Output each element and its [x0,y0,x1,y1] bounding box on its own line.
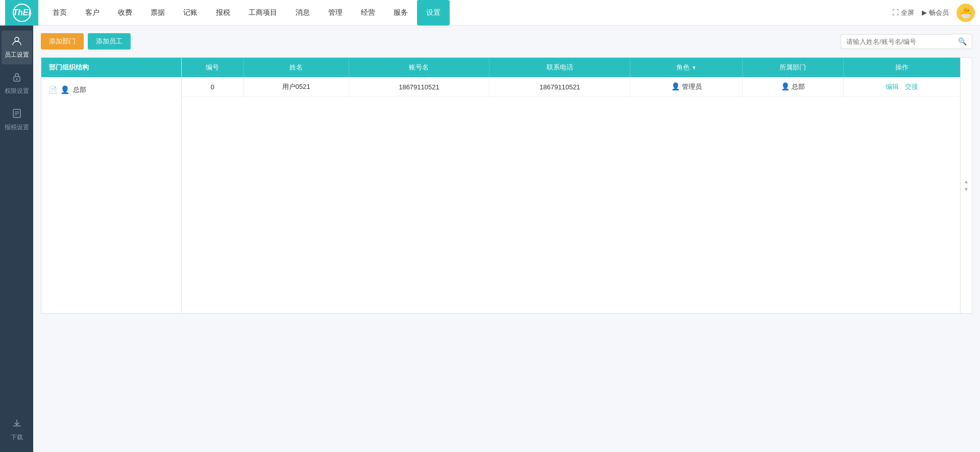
add-emp-button[interactable]: 添加员工 [88,33,131,50]
dept-tree-body: 📄 👤 总部 [41,77,181,103]
file-icon: 📄 [48,86,57,94]
cell-actions: 编辑 交接 [843,77,960,97]
left-sidebar: 员工设置 权限设置 报税设置 [0,26,33,452]
nav-item-消息[interactable]: 消息 [286,0,319,26]
cell-name: 用户0521 [243,77,349,97]
dept-person-icon: 👤 [60,85,70,94]
lock-icon [12,72,22,85]
main-layout: 员工设置 权限设置 报税设置 [0,26,980,452]
nav-items: 首页客户收费票据记账报税工商项目消息管理经营服务设置 [43,0,892,26]
dept-tree: 部门组织结构 📄 👤 总部 [41,58,182,313]
col-id: 编号 [182,58,243,77]
nav-item-经营[interactable]: 经营 [352,0,384,26]
nav-item-首页[interactable]: 首页 [43,0,76,26]
col-role-label: 角色 [676,63,690,71]
scroll-up-arrow[interactable]: ▲ [963,178,970,185]
cell-dept: 👤总部 [743,77,843,97]
search-input[interactable] [841,34,953,49]
search-area: 🔍 [841,34,972,49]
sidebar-item-employee[interactable]: 员工设置 [2,31,32,64]
col-role: 角色 ▼ [630,58,743,77]
top-nav: ThEI 首页客户收费票据记账报税工商项目消息管理经营服务设置 ⛶ 全屏 ▶ 畅… [0,0,980,26]
nav-item-设置[interactable]: 设置 [417,0,450,26]
fullscreen-label: 全屏 [901,8,914,17]
table-wrapper: 部门组织结构 📄 👤 总部 编号 姓名 账号名 [41,57,972,314]
col-name: 姓名 [243,58,349,77]
nav-item-管理[interactable]: 管理 [319,0,352,26]
sidebar-label-permission: 权限设置 [5,87,29,96]
content-area: 添加部门 添加员工 🔍 部门组织结构 📄 👤 总部 [33,26,980,452]
cell-id: 0 [182,77,243,97]
toolbar: 添加部门 添加员工 🔍 [41,33,972,50]
emp-table: 编号 姓名 账号名 联系电话 角色 ▼ 所属部门 操作 [182,58,960,313]
sidebar-item-permission[interactable]: 权限设置 [2,67,32,101]
scroll-arrows: ▲ ▼ [960,58,972,313]
nav-right: ⛶ 全屏 ▶ 畅会员 🐣 [892,4,975,22]
transfer-action[interactable]: 交接 [905,83,918,90]
edit-action[interactable]: 编辑 [886,83,899,90]
nav-item-报税[interactable]: 报税 [207,0,239,26]
nav-item-工商项目[interactable]: 工商项目 [239,0,286,26]
fullscreen-btn[interactable]: ⛶ 全屏 [892,8,914,17]
svg-point-2 [16,79,17,80]
member-btn[interactable]: ▶ 畅会员 [922,8,949,17]
logo-icon: ThEI [13,4,31,22]
play-icon: ▶ [922,9,927,16]
member-label: 畅会员 [929,8,949,17]
person-icon [12,36,22,49]
sidebar-label-download: 下载 [11,433,23,442]
dept-item-root[interactable]: 📄 👤 总部 [46,82,176,98]
col-actions: 操作 [843,58,960,77]
employee-table: 编号 姓名 账号名 联系电话 角色 ▼ 所属部门 操作 [182,58,960,97]
table-row: 0 用户0521 18679110521 18679110521 👤管理员 👤总… [182,77,960,97]
table-body: 0 用户0521 18679110521 18679110521 👤管理员 👤总… [182,77,960,97]
search-button[interactable]: 🔍 [953,34,972,49]
sidebar-label-tax: 报税设置 [5,123,29,132]
nav-item-票据[interactable]: 票据 [141,0,174,26]
nav-item-收费[interactable]: 收费 [109,0,141,26]
dept-tree-header: 部门组织结构 [41,58,181,77]
sidebar-item-download[interactable]: 下载 [2,413,32,447]
nav-item-记账[interactable]: 记账 [174,0,207,26]
cell-account: 18679110521 [349,77,489,97]
nav-item-服务[interactable]: 服务 [384,0,417,26]
filter-icon[interactable]: ▼ [692,65,697,70]
nav-item-客户[interactable]: 客户 [76,0,109,26]
cell-role: 👤管理员 [630,77,743,97]
dept-item-label: 总部 [73,85,86,94]
add-dept-button[interactable]: 添加部门 [41,33,84,50]
col-account: 账号名 [349,58,489,77]
col-phone: 联系电话 [489,58,630,77]
sidebar-label-employee: 员工设置 [5,51,29,59]
table-header: 编号 姓名 账号名 联系电话 角色 ▼ 所属部门 操作 [182,58,960,77]
scroll-down-arrow[interactable]: ▼ [963,185,970,193]
avatar[interactable]: 🐣 [957,4,975,22]
svg-point-0 [15,37,19,41]
tax-icon [12,108,22,121]
fullscreen-icon: ⛶ [892,9,899,16]
col-dept: 所属部门 [743,58,843,77]
download-icon [12,418,22,431]
logo-area: ThEI [5,0,38,26]
sidebar-item-tax[interactable]: 报税设置 [2,103,32,137]
cell-phone: 18679110521 [489,77,630,97]
